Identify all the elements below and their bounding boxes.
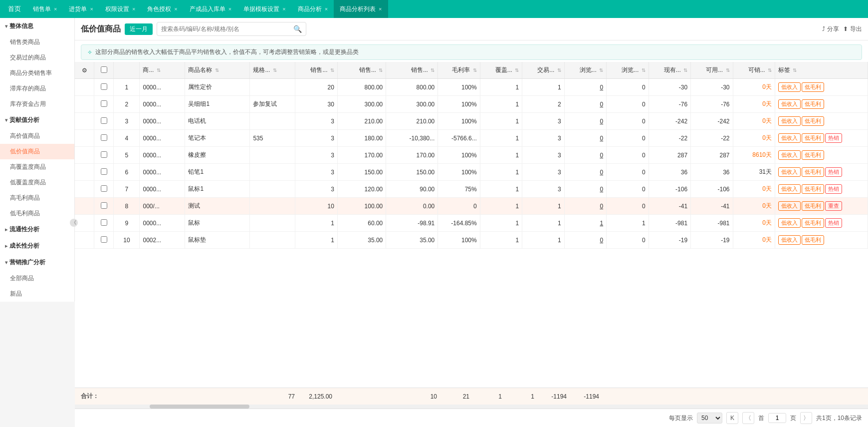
sidebar-item-high-value[interactable]: 高价值商品: [0, 128, 74, 144]
col-header-tags[interactable]: 标签 ⇅: [775, 62, 868, 79]
sidebar-group-growth[interactable]: ▸ 成长性分析: [0, 238, 74, 254]
per-page-select[interactable]: 50 100 200: [697, 413, 722, 424]
col-header-cover[interactable]: 覆盖... ⇅: [480, 62, 522, 79]
nav-analysis[interactable]: 商品分析 ×: [292, 0, 334, 18]
row-view1[interactable]: 0: [564, 79, 606, 96]
sidebar-item-low-margin[interactable]: 低毛利商品: [0, 206, 74, 221]
row-view1[interactable]: 0: [564, 96, 606, 113]
sidebar-item-sales-products[interactable]: 销售类商品: [0, 34, 74, 50]
row-view1[interactable]: 1: [564, 215, 606, 232]
nav-analysis-list[interactable]: 商品分析列表 ×: [334, 0, 388, 18]
row-view1[interactable]: 0: [564, 198, 606, 215]
row-checkbox[interactable]: [101, 185, 107, 192]
col-header-name[interactable]: 商品名称 ⇅: [185, 62, 250, 79]
view1-link[interactable]: 0: [600, 135, 603, 142]
nav-product-in[interactable]: 产成品入库单 ×: [184, 0, 237, 18]
row-checkbox[interactable]: [101, 100, 107, 107]
prev-page-button[interactable]: 〈: [742, 412, 754, 424]
view1-link[interactable]: 0: [600, 84, 603, 91]
sidebar-item-high-margin[interactable]: 高毛利商品: [0, 190, 74, 206]
view1-link[interactable]: 0: [600, 237, 603, 244]
nav-role-close[interactable]: ×: [174, 6, 177, 12]
row-view1[interactable]: 0: [564, 164, 606, 181]
search-icon[interactable]: 🔍: [293, 25, 302, 33]
search-input[interactable]: [161, 25, 293, 32]
col-header-settings[interactable]: ⚙: [75, 62, 94, 79]
nav-sales-close[interactable]: ×: [54, 6, 57, 12]
sidebar-collapse-button[interactable]: 《: [70, 219, 78, 227]
nav-analysis-close[interactable]: ×: [325, 6, 328, 12]
nav-perms-close[interactable]: ×: [132, 6, 135, 12]
nav-purchase[interactable]: 进货单 ×: [63, 0, 99, 18]
row-sale-amt: 100.00: [337, 198, 386, 215]
col-header-view2[interactable]: 浏览... ⇅: [607, 62, 649, 79]
sidebar-item-traded-products[interactable]: 交易过的商品: [0, 50, 74, 65]
sidebar-item-high-coverage[interactable]: 高覆盖度商品: [0, 159, 74, 175]
view1-link[interactable]: 0: [600, 186, 603, 193]
nav-perms[interactable]: 权限设置 ×: [99, 0, 141, 18]
nav-template[interactable]: 单据模板设置 ×: [237, 0, 291, 18]
horizontal-scrollbar[interactable]: [75, 405, 868, 409]
nav-role[interactable]: 角色授权 ×: [141, 0, 183, 18]
row-settings: [75, 79, 94, 96]
view1-link[interactable]: 0: [600, 169, 603, 176]
nav-product-in-close[interactable]: ×: [228, 6, 231, 12]
col-header-sale-qty[interactable]: 销售... ⇅: [295, 62, 337, 79]
row-checkbox[interactable]: [101, 168, 107, 175]
row-view1[interactable]: 0: [564, 232, 606, 249]
row-view1[interactable]: 0: [564, 181, 606, 198]
view1-link[interactable]: 1: [600, 220, 603, 227]
sidebar-item-slow-stock[interactable]: 滞库存的商品: [0, 81, 74, 96]
sidebar-item-new-products[interactable]: 新品: [0, 286, 74, 302]
nav-template-close[interactable]: ×: [282, 6, 285, 12]
sidebar-item-all-products[interactable]: 全部商品: [0, 271, 74, 286]
sidebar-group-flow[interactable]: ▸ 流通性分析: [0, 221, 74, 238]
sidebar-group-overall[interactable]: ▾ 整体信息: [0, 18, 74, 34]
row-checkbox[interactable]: [101, 219, 107, 226]
sidebar-item-category-sales-rate[interactable]: 商品分类销售率: [0, 65, 74, 81]
col-header-code[interactable]: 商... ⇅: [140, 62, 185, 79]
col-header-view1[interactable]: 浏览... ⇅: [564, 62, 606, 79]
row-tags: 低收入低毛利重查: [775, 198, 868, 215]
sidebar-item-stock-capital[interactable]: 库存资金占用: [0, 96, 74, 112]
row-settings: [75, 147, 94, 164]
row-checkbox[interactable]: [101, 151, 107, 158]
col-header-stock[interactable]: 现有... ⇅: [649, 62, 690, 79]
nav-purchase-close[interactable]: ×: [90, 6, 93, 12]
nav-sales[interactable]: 销售单 ×: [27, 0, 63, 18]
row-checkbox[interactable]: [101, 236, 107, 243]
col-header-spec[interactable]: 规格... ⇅: [250, 62, 295, 79]
col-header-sell[interactable]: 可销... ⇅: [733, 62, 775, 79]
page-number-input[interactable]: [768, 413, 786, 423]
sidebar-group-contribution[interactable]: ▾ 贡献值分析: [0, 112, 74, 128]
col-header-sale-avg[interactable]: 销售... ⇅: [386, 62, 438, 79]
row-checkbox[interactable]: [101, 117, 107, 124]
row-view1[interactable]: 0: [564, 130, 606, 147]
next-page-button[interactable]: 〉: [800, 412, 812, 424]
nav-analysis-list-close[interactable]: ×: [379, 6, 382, 12]
view1-link[interactable]: 0: [600, 118, 603, 125]
share-button[interactable]: ⤴ 分享: [822, 25, 839, 33]
first-page-button[interactable]: K: [726, 412, 738, 424]
view1-link[interactable]: 0: [600, 203, 603, 210]
time-filter-button[interactable]: 近一月: [125, 23, 153, 35]
select-all-checkbox[interactable]: [101, 66, 107, 73]
view1-link[interactable]: 0: [600, 152, 603, 159]
row-checkbox[interactable]: [101, 202, 107, 209]
col-header-sale-amt[interactable]: 销售... ⇅: [337, 62, 386, 79]
sidebar-group-marketing[interactable]: ▾ 营销推广分析: [0, 254, 74, 271]
col-header-gross[interactable]: 毛利率 ⇅: [438, 62, 480, 79]
row-view1[interactable]: 0: [564, 147, 606, 164]
row-checkbox[interactable]: [101, 83, 107, 90]
export-button[interactable]: ⬆ 导出: [843, 25, 862, 33]
row-view1[interactable]: 0: [564, 113, 606, 130]
row-avail: 36: [691, 164, 733, 181]
sidebar-item-low-value[interactable]: 低价值商品: [0, 144, 74, 159]
row-checkbox[interactable]: [101, 134, 107, 141]
col-header-avail[interactable]: 可用... ⇅: [691, 62, 733, 79]
sidebar-item-low-coverage[interactable]: 低覆盖度商品: [0, 175, 74, 190]
nav-home[interactable]: 首页: [2, 0, 27, 18]
view1-link[interactable]: 0: [600, 101, 603, 108]
table-container[interactable]: ⚙ 商... ⇅ 商品名称 ⇅ 规格... ⇅ 销售... ⇅ 销售... ⇅ …: [75, 62, 868, 388]
col-header-trade[interactable]: 交易... ⇅: [522, 62, 564, 79]
